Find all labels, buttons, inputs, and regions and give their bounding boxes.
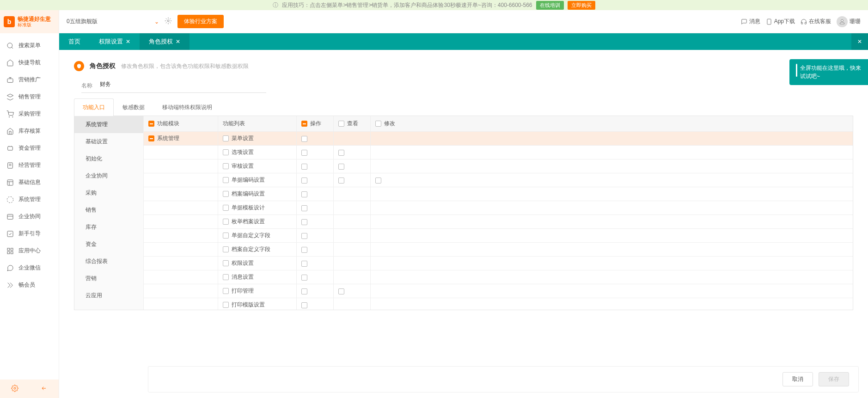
close-all-tabs[interactable]: ✕ [851,33,868,50]
checkbox[interactable] [223,191,229,197]
checkbox-all-view[interactable] [338,121,344,127]
table-row: 审核设置 [144,159,853,173]
checkbox[interactable] [223,163,229,169]
nav-icon [6,213,14,220]
checkbox[interactable] [338,164,344,170]
category-item-7[interactable]: 资金 [74,236,143,253]
tab-0[interactable]: 首页 [59,33,90,50]
sidebar-item-6[interactable]: 资金管理 [0,140,59,157]
checkbox[interactable] [223,149,229,155]
collapse-icon[interactable] [40,385,48,393]
sidebar-item-14[interactable]: 畅会员 [0,276,59,294]
inner-tab-0[interactable]: 功能入口 [74,98,114,116]
sidebar-item-4[interactable]: 采购管理 [0,105,59,122]
user-menu[interactable]: 珊珊 [837,16,861,27]
checkbox[interactable] [223,288,229,294]
inner-tab-2[interactable]: 移动端特殊权限说明 [153,98,221,116]
checkbox-all-module[interactable] [148,121,154,127]
sidebar-item-label: 经营管理 [18,161,41,169]
checkbox[interactable] [338,288,344,294]
nav-icon [6,59,14,67]
checkbox[interactable] [301,205,307,211]
category-item-8[interactable]: 综合报表 [74,253,143,270]
nav-icon [6,110,14,118]
checkbox[interactable] [338,150,344,156]
sidebar-item-13[interactable]: 企业微信 [0,259,59,276]
sidebar-item-10[interactable]: 企业协同 [0,208,59,225]
checkbox[interactable] [301,275,307,281]
cancel-button[interactable]: 取消 [782,372,813,386]
sidebar-item-8[interactable]: 基础信息 [0,174,59,191]
checkbox[interactable] [375,178,381,184]
category-item-2[interactable]: 初始化 [74,150,143,167]
category-list: 系统管理基础设置初始化企业协同采购销售库存资金综合报表营销云应用 [74,116,144,310]
sidebar-item-1[interactable]: 快捷导航 [0,54,59,71]
checkbox[interactable] [301,136,307,142]
checkbox-all-edit[interactable] [375,121,381,127]
sidebar-item-11[interactable]: 新手引导 [0,225,59,242]
checkbox[interactable] [223,302,229,308]
settings-icon[interactable] [11,385,18,393]
category-item-0[interactable]: 系统管理 [74,116,143,133]
train-button[interactable]: 在线培训 [536,1,564,10]
gear-icon[interactable] [165,17,172,26]
app-download-link[interactable]: App下载 [766,18,795,25]
customer-service-link[interactable]: 在线客服 [801,18,831,25]
sidebar-item-9[interactable]: 系统管理 [0,191,59,208]
category-item-3[interactable]: 企业协同 [74,167,143,184]
category-item-1[interactable]: 基础设置 [74,133,143,150]
buy-button[interactable]: 立即购买 [568,1,595,10]
checkbox[interactable] [223,177,229,183]
category-item-10[interactable]: 云应用 [74,287,143,304]
checkbox[interactable] [223,205,229,211]
sidebar-item-2[interactable]: 营销推广 [0,71,59,88]
sidebar-item-label: 基础信息 [18,178,41,186]
checkbox[interactable] [223,260,229,266]
checkbox[interactable] [301,191,307,197]
category-item-5[interactable]: 销售 [74,202,143,219]
checkbox[interactable] [301,178,307,184]
svg-marker-3 [7,94,13,97]
checkbox[interactable] [223,219,229,225]
checkbox-group[interactable] [148,135,154,141]
checkbox[interactable] [301,247,307,253]
tip-bubble[interactable]: 全屏功能在这里哦，快来试试吧~ [789,59,868,85]
checkbox[interactable] [301,164,307,170]
checkbox[interactable] [301,219,307,225]
close-icon[interactable]: ✕ [176,38,180,45]
sidebar-item-label: 快捷导航 [18,59,41,67]
checkbox[interactable] [301,261,307,267]
close-icon[interactable]: ✕ [126,38,130,45]
checkbox[interactable] [223,233,229,239]
industry-plan-button[interactable]: 体验行业方案 [177,15,224,28]
logo[interactable]: b 畅捷通好生意 标准版 [0,10,59,33]
nav-icon [6,196,14,203]
sidebar-footer [0,380,59,398]
checkbox[interactable] [223,135,229,141]
sidebar-item-5[interactable]: 库存核算 [0,122,59,140]
messages-link[interactable]: 消息 [741,18,760,25]
checkbox[interactable] [338,178,344,184]
sidebar-item-12[interactable]: 应用中心 [0,242,59,259]
sidebar-item-7[interactable]: 经营管理 [0,157,59,174]
table-row: 单据模板设计 [144,201,853,215]
checkbox[interactable] [301,302,307,308]
tab-2[interactable]: 角色授权✕ [140,33,189,50]
category-item-9[interactable]: 营销 [74,270,143,287]
checkbox[interactable] [301,150,307,156]
tenant-select[interactable]: 0五组旗舰版 ⌄ [67,18,159,25]
checkbox[interactable] [223,246,229,252]
checkbox[interactable] [301,288,307,294]
sidebar-item-3[interactable]: 销售管理 [0,88,59,105]
checkbox[interactable] [223,274,229,280]
tab-1[interactable]: 权限设置✕ [90,33,140,50]
inner-tab-1[interactable]: 敏感数据 [114,98,153,116]
sidebar-item-0[interactable]: 搜索菜单 [0,37,59,54]
table-row: 单据编码设置 [144,173,853,187]
checkbox-all-op[interactable] [301,121,307,127]
table-row: 单据自定义字段 [144,229,853,243]
category-item-6[interactable]: 库存 [74,219,143,236]
category-item-4[interactable]: 采购 [74,184,143,202]
checkbox[interactable] [301,233,307,239]
svg-point-13 [7,196,13,202]
